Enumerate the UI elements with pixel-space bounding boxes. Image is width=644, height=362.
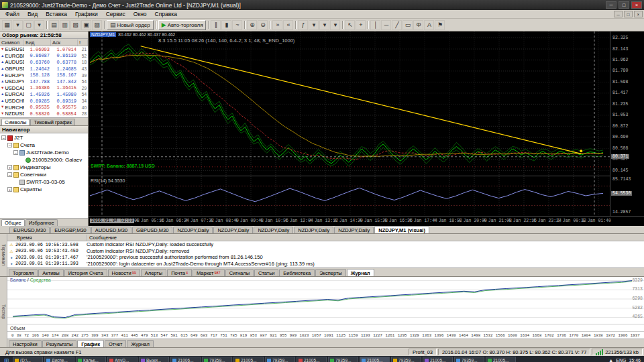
fibonacci-button[interactable]: Φ <box>413 20 423 30</box>
taskbar-button[interactable]: 21005... <box>486 357 516 362</box>
market-watch-row[interactable]: ▲USDCHF0.892850.8931934 <box>0 98 88 105</box>
column-time[interactable]: Время <box>7 235 87 241</box>
journal-row[interactable]: ●2023.09.01 01:39:17.467'2100529000': pr… <box>7 254 644 261</box>
chart-window[interactable]: 82.32582.14381.96281.78081.59881.41781.2… <box>89 32 644 226</box>
auto-scroll-button[interactable]: » <box>272 20 282 30</box>
taskbar-button[interactable]: 21005... <box>233 357 264 362</box>
chart-shift-button[interactable]: « <box>283 20 293 30</box>
vertical-line-button[interactable]: │ <box>370 20 380 30</box>
new-chart-arrow[interactable]: ▾ <box>13 20 23 30</box>
profiles-button[interactable]: ▢ <box>23 20 34 30</box>
column-symbol[interactable]: Символ <box>0 40 24 46</box>
journal-row[interactable]: ●2023.09.01 01:39:11.393'2100529000': lo… <box>7 261 644 267</box>
journal-row[interactable]: ⚠2023.09.06 19:53:43.459Custom indicator… <box>7 248 644 255</box>
menu-item-0[interactable]: Файл <box>1 11 23 17</box>
market-watch-row[interactable]: ▼USDCAD1.363861.3641529 <box>0 85 88 92</box>
terminal-tab-7[interactable]: Сигналы <box>225 269 254 276</box>
taskbar-button[interactable]: 21006... <box>170 357 201 362</box>
terminal-tab-9[interactable]: Библиотека <box>279 269 315 276</box>
market-watch-tab-1[interactable]: Тиковый график <box>30 119 74 125</box>
autotrading-button[interactable]: ▶Авто-торговля <box>158 20 207 30</box>
navigator-item[interactable]: 2100529000: Galaev <box>0 156 88 164</box>
market-watch-tab-0[interactable]: Символы <box>1 119 30 125</box>
market-watch-row[interactable]: ▼EURCHF0.955350.9557540 <box>0 104 88 111</box>
navigator-item[interactable]: SWRT-03-03-05 <box>0 178 88 186</box>
market-watch-row[interactable]: ▲AUDUSD0.637600.6377818 <box>0 59 88 66</box>
taskbar-button[interactable]: (D:\... <box>13 357 43 362</box>
market-watch-row[interactable]: ▲EURGBP0.860870.8613952 <box>0 53 88 60</box>
navigator-item[interactable]: −J2T <box>0 134 88 141</box>
market-watch-row[interactable]: ▼EURUSD1.069931.0701421 <box>0 46 88 53</box>
taskbar-button[interactable]: 21005... <box>423 357 453 362</box>
expand-plus-icon[interactable]: + <box>7 187 12 192</box>
terminal-tab-6[interactable]: Маркет987 <box>193 269 225 276</box>
market-watch-row[interactable]: ▼NZDUSD0.588260.5885428 <box>0 111 88 117</box>
tester-tab-3[interactable]: Отчет <box>105 340 127 347</box>
chart-tab-1[interactable]: EURGBP,M30 <box>50 227 90 233</box>
arrows-button[interactable]: ⚑ <box>435 20 445 30</box>
profiles-arrow[interactable]: ▾ <box>34 20 44 30</box>
navigator-toggle[interactable]: ▧ <box>70 20 80 30</box>
terminal-tab-5[interactable]: Почта4 <box>167 269 192 276</box>
terminal-caption[interactable]: Терминал <box>0 234 7 276</box>
menu-item-1[interactable]: Вид <box>23 11 42 17</box>
terminal-tab-8[interactable]: Статьи <box>254 269 278 276</box>
close-button[interactable]: × <box>631 1 642 9</box>
taskbar-button[interactable]: 21005... <box>297 357 327 362</box>
mdi-close-button[interactable]: × <box>634 11 643 17</box>
taskbar-button[interactable]: 79359... <box>328 357 358 362</box>
zoom-out-button[interactable]: ⊖ <box>258 20 268 30</box>
tray-item-2[interactable]: 15:46 <box>629 358 641 362</box>
maximize-button[interactable]: □ <box>619 1 629 9</box>
navigator-tab-0[interactable]: Общие <box>1 219 25 226</box>
rsi-indicator-chart[interactable] <box>89 176 610 215</box>
navigator-tab-1[interactable]: Избранное <box>25 219 58 226</box>
minimize-button[interactable]: ─ <box>606 1 616 9</box>
navigator-item[interactable]: +Скрипты <box>0 186 88 193</box>
navigator-item[interactable]: +Индикаторы <box>0 164 88 171</box>
navigator-item[interactable]: −Счета <box>0 141 88 149</box>
taskbar-button[interactable]: AnyD... <box>107 357 138 362</box>
navigator-item[interactable]: −Советники <box>0 171 88 178</box>
taskbar-button[interactable]: 79359... <box>454 357 484 362</box>
horizontal-line-button[interactable]: ─ <box>381 20 391 30</box>
column-ask[interactable]: Аск <box>51 40 78 46</box>
column-message[interactable]: Сообщение <box>87 235 644 241</box>
data-window-toggle[interactable]: ▥ <box>60 20 70 30</box>
taskbar-button[interactable]: 21005... <box>360 357 390 362</box>
navigator-item[interactable]: −Just2Trade-Demo <box>0 149 88 156</box>
text-button[interactable]: A <box>424 20 434 30</box>
start-button[interactable]: ⊞ <box>1 357 11 362</box>
terminal-tab-0[interactable]: Торговля <box>9 269 38 276</box>
chart-tab-6[interactable]: NZDJPY,Daily <box>254 227 293 233</box>
new-chart-button[interactable]: ▦ <box>2 20 12 30</box>
indicators-button[interactable]: ƒ <box>298 20 308 30</box>
zoom-in-button[interactable]: ⊕ <box>247 20 257 30</box>
chart-tab-7[interactable]: NZDJPY,Daily <box>294 227 333 233</box>
menu-item-4[interactable]: Сервис <box>102 11 129 17</box>
market-watch-row[interactable]: ▲GBPUSD1.246421.2468543 <box>0 66 88 72</box>
chart-tab-8[interactable]: NZDJPY,Daily <box>334 227 374 233</box>
column-bid[interactable]: Бид <box>24 40 51 46</box>
tester-tab-4[interactable]: Журнал <box>127 340 153 347</box>
menu-item-5[interactable]: Окно <box>129 11 151 17</box>
expand-minus-icon[interactable]: − <box>7 172 12 177</box>
indicators-arrow[interactable]: ▾ <box>309 20 319 30</box>
column-spread[interactable]: ! <box>78 40 88 46</box>
tester-tab-1[interactable]: Результаты <box>42 340 77 347</box>
expand-minus-icon[interactable]: − <box>7 143 12 147</box>
chart-tab-2[interactable]: AUDUSD,M30 <box>91 227 131 233</box>
expand-plus-icon[interactable]: + <box>7 165 12 170</box>
tester-caption[interactable]: Тестер <box>0 277 7 347</box>
mdi-restore-button[interactable]: □ <box>624 11 633 17</box>
taskbar-button[interactable]: Выжи... <box>139 357 169 362</box>
market-watch-toggle[interactable]: ▤ <box>49 20 59 30</box>
chart-tab-5[interactable]: NZDJPY,Daily <box>213 227 253 233</box>
chart-tab-3[interactable]: GBPUSD,M30 <box>132 227 172 233</box>
mdi-minimize-button[interactable]: ─ <box>614 11 623 17</box>
chart-tab-4[interactable]: NZDJPY,Daily <box>173 227 213 233</box>
taskbar-button[interactable]: Кальк... <box>76 357 106 362</box>
taskbar-button[interactable]: 79359... <box>391 357 421 362</box>
menu-item-6[interactable]: Справка <box>151 11 181 17</box>
menu-item-2[interactable]: Вставка <box>42 11 71 17</box>
